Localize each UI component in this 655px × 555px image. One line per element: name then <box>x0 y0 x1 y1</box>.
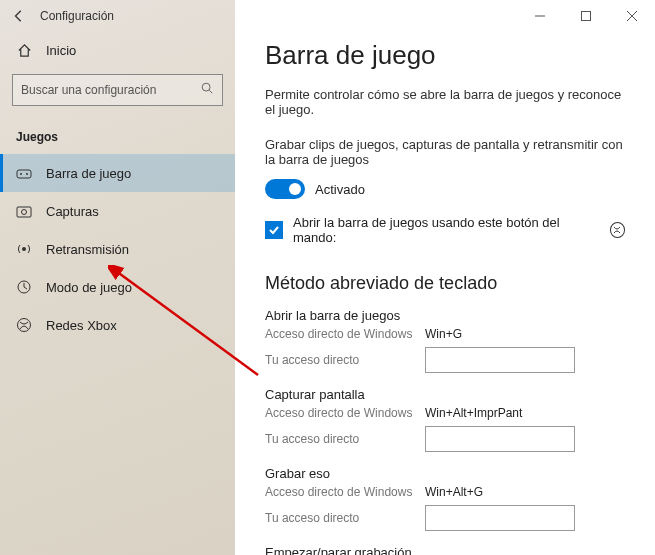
sidebar-item-retransmision[interactable]: Retransmisión <box>0 230 235 268</box>
shortcut-user-input[interactable] <box>425 347 575 373</box>
shortcut-user-input[interactable] <box>425 505 575 531</box>
category-label: Juegos <box>0 122 235 154</box>
svg-rect-6 <box>17 170 31 178</box>
shortcut-windows-label: Acceso directo de Windows <box>265 406 425 420</box>
shortcut-block: Grabar eso Acceso directo de Windows Win… <box>265 466 625 531</box>
svg-point-7 <box>20 173 22 175</box>
shortcut-windows-value: Win+Alt+ImprPant <box>425 406 625 420</box>
sidebar-item-modo-de-juego[interactable]: Modo de juego <box>0 268 235 306</box>
sidebar-item-label: Redes Xbox <box>46 318 117 333</box>
shortcut-windows-value: Win+G <box>425 327 625 341</box>
sidebar-item-redes-xbox[interactable]: Redes Xbox <box>0 306 235 344</box>
page-title: Barra de juego <box>265 40 625 71</box>
search-box[interactable] <box>12 74 223 106</box>
shortcut-windows-label: Acceso directo de Windows <box>265 327 425 341</box>
home-icon <box>16 42 32 58</box>
home-button[interactable]: Inicio <box>0 32 235 68</box>
gamebar-toggle[interactable] <box>265 179 305 199</box>
controller-checkbox[interactable] <box>265 221 283 239</box>
record-description: Grabar clips de juegos, capturas de pant… <box>265 137 625 167</box>
toggle-label: Activado <box>315 182 365 197</box>
xbox-icon <box>16 317 32 333</box>
broadcast-icon <box>16 241 32 257</box>
sidebar-item-label: Capturas <box>46 204 99 219</box>
svg-point-4 <box>202 83 210 91</box>
shortcut-title: Abrir la barra de juegos <box>265 308 625 323</box>
svg-line-5 <box>209 90 212 93</box>
content-area: Barra de juego Permite controlar cómo se… <box>235 0 655 555</box>
svg-point-11 <box>22 247 26 251</box>
shortcut-user-label: Tu acceso directo <box>265 511 425 525</box>
svg-rect-9 <box>17 207 31 217</box>
shortcut-user-label: Tu acceso directo <box>265 432 425 446</box>
shortcut-block: Empezar/parar grabación Acceso directo d… <box>265 545 625 555</box>
minimize-button[interactable] <box>517 0 563 32</box>
shortcuts-heading: Método abreviado de teclado <box>265 273 625 294</box>
page-description: Permite controlar cómo se abre la barra … <box>265 87 625 117</box>
shortcut-block: Abrir la barra de juegos Acceso directo … <box>265 308 625 373</box>
maximize-button[interactable] <box>563 0 609 32</box>
svg-point-10 <box>22 210 27 215</box>
shortcut-title: Capturar pantalla <box>265 387 625 402</box>
gamebar-icon <box>16 165 32 181</box>
sidebar-item-label: Retransmisión <box>46 242 129 257</box>
svg-point-8 <box>26 173 28 175</box>
shortcut-title: Grabar eso <box>265 466 625 481</box>
shortcut-user-input[interactable] <box>425 426 575 452</box>
xbox-button-icon <box>610 222 626 238</box>
gamemode-icon <box>16 279 32 295</box>
svg-point-15 <box>18 319 31 332</box>
back-button[interactable] <box>10 7 28 25</box>
svg-rect-1 <box>582 12 591 21</box>
svg-line-14 <box>24 287 27 289</box>
captures-icon <box>16 203 32 219</box>
sidebar-item-capturas[interactable]: Capturas <box>0 192 235 230</box>
close-button[interactable] <box>609 0 655 32</box>
checkbox-label: Abrir la barra de juegos usando este bot… <box>293 215 596 245</box>
sidebar-item-label: Modo de juego <box>46 280 132 295</box>
sidebar-item-label: Barra de juego <box>46 166 131 181</box>
search-input[interactable] <box>21 83 200 97</box>
home-label: Inicio <box>46 43 76 58</box>
sidebar-item-barra-de-juego[interactable]: Barra de juego <box>0 154 235 192</box>
sidebar: Inicio Juegos Barra de juego Capturas Re… <box>0 0 235 555</box>
search-icon <box>200 81 214 99</box>
shortcut-windows-label: Acceso directo de Windows <box>265 485 425 499</box>
shortcut-block: Capturar pantalla Acceso directo de Wind… <box>265 387 625 452</box>
shortcut-title: Empezar/parar grabación <box>265 545 625 555</box>
shortcut-user-label: Tu acceso directo <box>265 353 425 367</box>
shortcut-windows-value: Win+Alt+G <box>425 485 625 499</box>
